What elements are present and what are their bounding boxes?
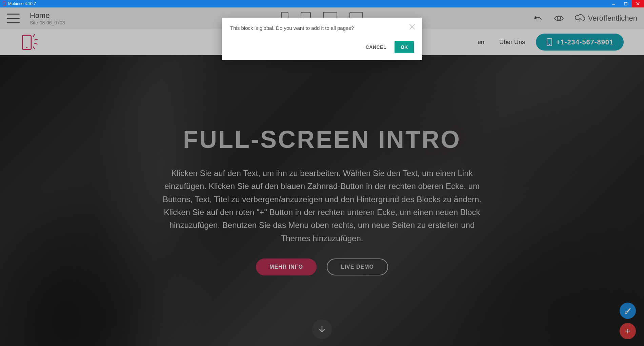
- window-controls: [607, 0, 644, 7]
- svg-rect-3: [624, 2, 627, 5]
- svg-point-1: [4, 5, 5, 6]
- app-title: Mobirise 4.10.7: [8, 1, 36, 6]
- dialog-close-button[interactable]: [408, 22, 417, 33]
- window-titlebar: Mobirise 4.10.7: [0, 0, 644, 7]
- window-minimize-button[interactable]: [607, 0, 620, 7]
- window-maximize-button[interactable]: [620, 0, 632, 7]
- app-logo-icon: [2, 1, 7, 6]
- window-close-button[interactable]: [632, 0, 644, 7]
- close-icon: [408, 22, 417, 31]
- cancel-button[interactable]: CANCEL: [364, 41, 388, 53]
- ok-button[interactable]: OK: [395, 41, 414, 53]
- dialog-actions: CANCEL OK: [230, 41, 414, 53]
- dialog-message: This block is global. Do you want to add…: [230, 25, 414, 31]
- confirm-dialog: This block is global. Do you want to add…: [222, 18, 422, 60]
